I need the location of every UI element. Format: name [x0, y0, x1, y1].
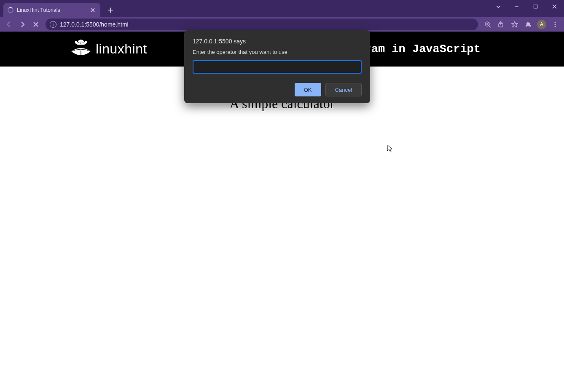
dialog-message: Enter the operator that you want to use [193, 49, 362, 55]
ok-button[interactable]: OK [295, 83, 321, 96]
stop-reload-button[interactable] [30, 18, 42, 31]
address-bar[interactable]: i 127.0.0.1:5500/home.html [46, 19, 478, 30]
browser-titlebar: LinuxHint Tutorials [0, 0, 564, 17]
tab-search-button[interactable] [491, 2, 505, 12]
bookmark-icon[interactable] [508, 18, 521, 31]
svg-point-3 [555, 22, 556, 23]
zoom-icon[interactable] [481, 18, 494, 31]
maximize-button[interactable] [526, 0, 545, 13]
tab-close-button[interactable] [89, 7, 96, 13]
svg-rect-0 [534, 5, 537, 8]
page-header-title: gram in JavaScript [357, 43, 481, 56]
tab-title: LinuxHint Tutorials [17, 7, 86, 13]
dialog-origin: 127.0.0.1:5500 says [193, 38, 362, 45]
logo-text: linuxhint [96, 41, 147, 57]
svg-text:</>: </> [78, 40, 83, 45]
avatar-letter: A [540, 21, 543, 27]
minimize-button[interactable] [507, 0, 526, 13]
back-button[interactable] [3, 18, 15, 31]
extensions-icon[interactable] [522, 18, 534, 31]
new-tab-button[interactable] [105, 4, 116, 16]
site-logo[interactable]: </> linuxhint [70, 39, 147, 60]
logo-mark-icon: </> [70, 39, 92, 60]
js-prompt-dialog: 127.0.0.1:5500 says Enter the operator t… [184, 30, 370, 103]
dialog-button-row: OK Cancel [193, 83, 362, 96]
window-controls [507, 0, 564, 13]
cancel-button[interactable]: Cancel [325, 83, 362, 96]
svg-point-5 [555, 26, 556, 27]
browser-tab[interactable]: LinuxHint Tutorials [3, 3, 100, 17]
svg-point-4 [555, 24, 556, 25]
site-info-icon[interactable]: i [50, 21, 56, 28]
loading-spinner-icon [8, 7, 13, 13]
share-icon[interactable] [495, 18, 508, 31]
mouse-cursor-icon [387, 144, 393, 153]
menu-icon[interactable] [549, 18, 561, 31]
profile-avatar[interactable]: A [537, 20, 546, 29]
url-text: 127.0.0.1:5500/home.html [60, 21, 129, 28]
dialog-input[interactable] [193, 60, 362, 74]
forward-button[interactable] [16, 18, 29, 31]
window-close-button[interactable] [545, 0, 564, 13]
browser-toolbar: i 127.0.0.1:5500/home.html A [0, 17, 564, 32]
